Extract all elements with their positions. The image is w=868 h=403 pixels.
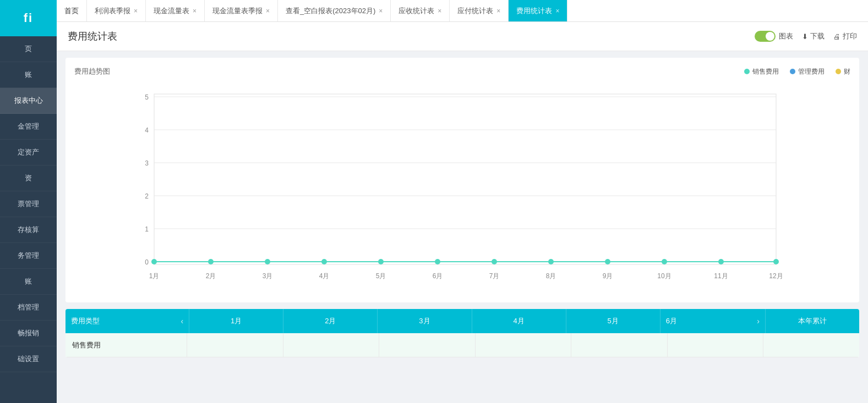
chart-point-1 xyxy=(151,259,157,264)
chart-svg-container: 5 4 3 2 1 0 xyxy=(74,83,850,294)
print-button[interactable]: 🖨 打印 xyxy=(833,31,857,41)
chart-point-11 xyxy=(718,259,724,264)
chart-legend: 销售费用 管理费用 财 xyxy=(744,67,850,76)
td-ytd-0 xyxy=(763,333,859,357)
svg-text:1月: 1月 xyxy=(149,272,160,280)
chart-point-10 xyxy=(662,259,667,264)
legend-label-sales: 销售费用 xyxy=(752,67,779,76)
close-tab-blank-report[interactable]: × xyxy=(379,7,383,15)
close-tab-profit-quarterly[interactable]: × xyxy=(134,7,138,15)
legend-admin: 管理费用 xyxy=(790,67,825,76)
chart-point-4 xyxy=(321,259,327,264)
th-m2: 2月 xyxy=(283,309,378,333)
td-m5-0 xyxy=(571,333,668,357)
page-header: 费用统计表 图表 ⬇ 下载 🖨 打印 xyxy=(57,22,868,51)
svg-text:3月: 3月 xyxy=(263,272,273,280)
legend-sales: 销售费用 xyxy=(744,67,779,76)
sidebar-item-service-mgmt[interactable]: 务管理 xyxy=(0,243,57,269)
sidebar-item-file-mgmt[interactable]: 档管理 xyxy=(0,295,57,321)
tab-payable[interactable]: 应付统计表 × xyxy=(450,0,509,21)
legend-label-finance: 财 xyxy=(844,67,850,76)
download-button[interactable]: ⬇ 下载 xyxy=(802,31,825,41)
tab-expense-stats[interactable]: 费用统计表 × xyxy=(509,0,567,21)
th-next-btn[interactable]: › xyxy=(757,317,760,325)
chart-toggle[interactable] xyxy=(755,31,776,42)
chart-toggle-wrap: 图表 xyxy=(755,31,793,42)
th-type: 费用类型 ‹ xyxy=(65,309,189,333)
table-row: 销售费用 xyxy=(65,333,859,357)
svg-text:3: 3 xyxy=(145,159,149,167)
tab-cash-flow[interactable]: 现金流量表 × xyxy=(146,0,205,21)
th-m5: 5月 xyxy=(566,309,660,333)
legend-dot-finance xyxy=(836,69,841,74)
sidebar: fi 页 账 报表中心 金管理 定资产 资 票管理 存核算 务管理 账 档管理 … xyxy=(0,0,57,403)
sidebar-item-invoice-mgmt[interactable]: 票管理 xyxy=(0,191,57,217)
td-m3-0 xyxy=(379,333,476,357)
svg-text:11月: 11月 xyxy=(714,272,728,280)
chart-header: 费用趋势图 销售费用 管理费用 财 xyxy=(74,67,850,76)
tab-bar: 首页 利润表季报 × 现金流量表 × 现金流量表季报 × 查看_空白报表(202… xyxy=(57,0,868,22)
sidebar-item-fund-mgmt[interactable]: 金管理 xyxy=(0,114,57,140)
th-m6: 6月 › xyxy=(660,309,766,333)
svg-text:8月: 8月 xyxy=(546,272,556,280)
th-m1: 1月 xyxy=(189,309,283,333)
sidebar-item-expense-mgmt[interactable]: 畅报销 xyxy=(0,321,57,346)
chart-point-8 xyxy=(548,259,554,264)
svg-text:5月: 5月 xyxy=(376,272,386,280)
main-area: 首页 利润表季报 × 现金流量表 × 现金流量表季报 × 查看_空白报表(202… xyxy=(57,0,868,403)
tab-cash-flow-quarterly[interactable]: 现金流量表季报 × xyxy=(205,0,278,21)
tab-blank-report[interactable]: 查看_空白报表(2023年02月) × xyxy=(278,0,391,21)
close-tab-payable[interactable]: × xyxy=(496,7,500,15)
svg-text:4: 4 xyxy=(145,126,149,134)
chart-point-2 xyxy=(208,259,214,264)
sidebar-item-investment[interactable]: 资 xyxy=(0,165,57,191)
legend-dot-sales xyxy=(744,69,750,74)
legend-dot-admin xyxy=(790,69,795,74)
chart-point-5 xyxy=(378,259,384,264)
svg-text:9月: 9月 xyxy=(603,272,613,280)
chart-point-6 xyxy=(435,259,440,264)
sidebar-item-inventory[interactable]: 存核算 xyxy=(0,217,57,243)
close-tab-cash-flow[interactable]: × xyxy=(193,7,196,15)
td-m4-0 xyxy=(476,333,572,357)
table-section: 费用类型 ‹ 1月 2月 3月 4月 5月 6月 › 本年累计 销售费用 xyxy=(65,309,859,357)
table-header-row: 费用类型 ‹ 1月 2月 3月 4月 5月 6月 › 本年累计 xyxy=(65,309,859,333)
svg-text:5: 5 xyxy=(145,93,149,101)
chart-point-12 xyxy=(773,259,779,264)
app-logo: fi xyxy=(0,0,57,36)
chart-point-9 xyxy=(605,259,610,264)
svg-text:6月: 6月 xyxy=(433,272,443,280)
tab-home[interactable]: 首页 xyxy=(57,0,87,21)
close-tab-cash-flow-quarterly[interactable]: × xyxy=(266,7,270,15)
download-icon: ⬇ xyxy=(802,32,808,41)
td-m6-0 xyxy=(668,333,764,357)
chart-title: 费用趋势图 xyxy=(74,67,110,76)
sidebar-item-home[interactable]: 页 xyxy=(0,36,57,62)
td-m1-0 xyxy=(187,333,283,357)
svg-text:4月: 4月 xyxy=(319,272,330,280)
close-tab-expense-stats[interactable]: × xyxy=(555,7,559,15)
sidebar-item-ledger[interactable]: 账 xyxy=(0,269,57,295)
td-type-0: 销售费用 xyxy=(65,333,187,357)
svg-rect-12 xyxy=(154,94,776,264)
tab-profit-quarterly[interactable]: 利润表季报 × xyxy=(87,0,146,21)
chart-point-7 xyxy=(492,259,497,264)
svg-text:12月: 12月 xyxy=(769,272,783,280)
sidebar-item-settings[interactable]: 础设置 xyxy=(0,346,57,372)
sidebar-item-account[interactable]: 账 xyxy=(0,62,57,88)
tab-receivable[interactable]: 应收统计表 × xyxy=(391,0,450,21)
toggle-label: 图表 xyxy=(779,31,793,41)
chart-point-3 xyxy=(265,259,270,264)
th-m4: 4月 xyxy=(472,309,566,333)
svg-text:2: 2 xyxy=(145,192,149,200)
close-tab-receivable[interactable]: × xyxy=(438,7,441,15)
th-m3: 3月 xyxy=(378,309,472,333)
svg-text:0: 0 xyxy=(145,258,149,266)
svg-text:1: 1 xyxy=(145,225,149,233)
sidebar-item-report-center[interactable]: 报表中心 xyxy=(0,88,57,114)
td-m2-0 xyxy=(283,333,380,357)
print-icon: 🖨 xyxy=(833,32,840,41)
th-prev-btn[interactable]: ‹ xyxy=(181,317,183,325)
sidebar-item-fixed-assets[interactable]: 定资产 xyxy=(0,140,57,165)
legend-label-admin: 管理费用 xyxy=(798,67,825,76)
